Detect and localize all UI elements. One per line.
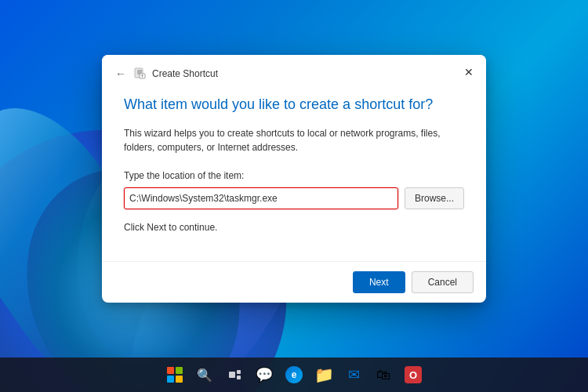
field-label: Type the location of the item: [124, 170, 464, 181]
taskbar-mail-button[interactable]: ✉ [341, 362, 366, 387]
dialog-title-text: Create Shortcut [152, 68, 218, 79]
shortcut-icon [133, 67, 147, 81]
close-button[interactable]: ✕ [458, 61, 480, 83]
mail-icon: ✉ [348, 366, 360, 383]
taskbar: 🔍 💬 e 📁 ✉ 🛍 O [0, 358, 588, 392]
dialog-body: What item would you like to create a sho… [102, 89, 486, 249]
dialog-footer: Next Cancel [102, 261, 486, 303]
taskbar-taskview-button[interactable] [222, 362, 247, 387]
dialog-description: This wizard helps you to create shortcut… [124, 126, 464, 154]
taskview-icon [229, 370, 241, 379]
dialog-hint: Click Next to continue. [124, 222, 464, 233]
dialog-titlebar: ← Create Shortcut ✕ [102, 55, 486, 89]
taskbar-office-button[interactable]: O [401, 362, 426, 387]
next-button[interactable]: Next [353, 271, 405, 293]
taskbar-start-button[interactable] [162, 362, 187, 387]
dialog-wrapper: ← Create Shortcut ✕ What item would you … [0, 0, 588, 358]
office-icon: O [405, 366, 422, 383]
folder-icon: 📁 [314, 365, 334, 384]
teams-icon: 💬 [256, 366, 273, 383]
edge-icon: e [285, 366, 303, 383]
browse-button[interactable]: Browse... [405, 187, 464, 209]
dialog-heading: What item would you like to create a sho… [124, 96, 464, 114]
location-input[interactable] [124, 187, 398, 209]
taskbar-explorer-button[interactable]: 📁 [311, 362, 336, 387]
taskbar-search-button[interactable]: 🔍 [192, 362, 217, 387]
taskbar-edge-button[interactable]: e [281, 362, 307, 387]
cancel-button[interactable]: Cancel [412, 271, 474, 293]
search-icon: 🔍 [197, 368, 212, 383]
create-shortcut-dialog: ← Create Shortcut ✕ What item would you … [102, 55, 486, 303]
taskbar-teams-button[interactable]: 💬 [252, 362, 277, 387]
taskbar-store-button[interactable]: 🛍 [371, 362, 396, 387]
input-row: Browse... [124, 187, 464, 209]
windows-logo-icon [167, 367, 183, 383]
back-button[interactable]: ← [111, 64, 130, 83]
store-icon: 🛍 [376, 367, 390, 383]
